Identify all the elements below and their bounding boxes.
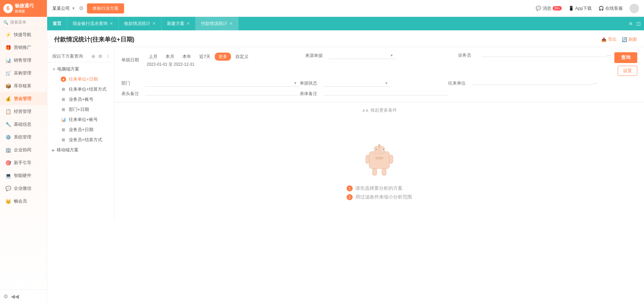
scheme-group-desktop-header[interactable]: ▼ 电脑端方案 bbox=[47, 64, 114, 74]
scheme-item-staff-account[interactable]: ⊞ 业务员+账号 bbox=[51, 94, 114, 104]
maximize-icon[interactable]: ⊡ bbox=[636, 21, 641, 27]
filter-row-3: 表头备注 表体备注 bbox=[121, 91, 637, 97]
company-selector[interactable]: 某某公司 ▼ bbox=[52, 5, 76, 11]
sidebar-item-hardware[interactable]: 💻 智能硬件 bbox=[0, 169, 47, 182]
scheme-group-mobile-header[interactable]: ▶ 移动端方案 bbox=[47, 145, 114, 155]
sidebar-item-member[interactable]: 👑 畅会员 bbox=[0, 195, 47, 208]
hint-text-2: 用过滤条件来缩小分析范围 bbox=[355, 194, 412, 200]
tab-receipts-close[interactable]: ✕ bbox=[152, 21, 156, 26]
scheme-table-icon: ⊞ bbox=[61, 137, 66, 143]
mobile-arrow-icon: ▶ bbox=[52, 148, 55, 152]
sidebar-item-operations[interactable]: 📋 经营管理 bbox=[0, 105, 47, 118]
close-tab-icon[interactable]: ✕ bbox=[628, 21, 633, 27]
tab-home[interactable]: 首页 bbox=[47, 17, 67, 30]
scheme-item-partner-date[interactable]: ● 往来单位+日期 bbox=[51, 74, 114, 84]
main-area: 某某公司 ▼ ⚙ 体验行业方案 💬 消息 99+ 📱 App下载 🎧 在线客服 bbox=[47, 0, 644, 303]
sidebar-item-system[interactable]: ⚙️ 系统管理 bbox=[0, 131, 47, 144]
sidebar-item-label: 快捷导航 bbox=[14, 32, 31, 38]
docstatus-select[interactable]: ▼ bbox=[323, 80, 391, 87]
date-more[interactable]: 更多 bbox=[215, 53, 231, 61]
sidebar-item-basic[interactable]: 🔧 基础信息 bbox=[0, 118, 47, 131]
tab-bank[interactable]: 现金银行流水查询 ✕ bbox=[67, 17, 119, 30]
sidebar-logo: 6 畅捷通巧 标准版 bbox=[0, 0, 47, 17]
export-button[interactable]: 📤 导出 bbox=[601, 36, 617, 42]
tab-new-scheme[interactable]: 新建方案 ✕ bbox=[162, 17, 196, 30]
scheme-item-partner-account[interactable]: 📊 往来单位+账号 bbox=[51, 115, 114, 125]
app-name-text: 畅捷通巧 标准版 bbox=[15, 3, 34, 14]
online-service-button[interactable]: 🎧 在线客服 bbox=[598, 5, 623, 11]
refresh-button[interactable]: 🔄 刷新 bbox=[622, 36, 637, 42]
sidebar-item-label: 企业微信 bbox=[14, 185, 31, 191]
tab-receipts[interactable]: 收款情况统计 ✕ bbox=[119, 17, 162, 30]
scheme-item-label: 业务员+账号 bbox=[69, 96, 93, 102]
sidebar-item-enterprise[interactable]: 🏢 企业协同 bbox=[0, 144, 47, 156]
search-menu-button[interactable]: 🔍 搜索菜单 bbox=[3, 20, 43, 25]
page-title: 付款情况统计(往来单位+日期) bbox=[54, 35, 135, 43]
date-range-display: 2022-01-01 至 2022-12-31 bbox=[145, 62, 252, 67]
sidebar-item-sales[interactable]: 📊 销售管理 bbox=[0, 54, 47, 67]
trial-button[interactable]: 体验行业方案 bbox=[87, 3, 124, 13]
scheme-item-label: 往来单位+结算方式 bbox=[69, 86, 107, 92]
sidebar-item-inventory[interactable]: 📦 库存核算 bbox=[0, 80, 47, 92]
scheme-table-icon: ⊞ bbox=[61, 87, 66, 92]
header-settings-icon[interactable]: ⚙ bbox=[79, 5, 84, 11]
collapse-sidebar-icon[interactable]: ◀◀ bbox=[11, 293, 19, 300]
head-note-label: 表头备注 bbox=[121, 91, 145, 97]
partner-more-icon[interactable]: ··· bbox=[593, 81, 597, 86]
staff-more-icon[interactable]: ··· bbox=[607, 53, 611, 58]
add-scheme-icon[interactable]: ⊕ bbox=[91, 54, 95, 59]
date-custom[interactable]: 自定义 bbox=[232, 52, 252, 61]
date-label: 单据日期 bbox=[121, 57, 145, 63]
date-last-month[interactable]: 上月 bbox=[145, 52, 161, 61]
notification-button[interactable]: 💬 消息 99+ bbox=[536, 5, 562, 11]
scheme-item-staff-settle[interactable]: ⊞ 业务员+结算方式 bbox=[51, 135, 114, 145]
date-this-month[interactable]: 本月 bbox=[162, 52, 178, 61]
sidebar-item-label: 畅会员 bbox=[14, 198, 27, 204]
scheme-group-mobile: ▶ 移动端方案 bbox=[47, 145, 114, 155]
svg-rect-11 bbox=[373, 169, 377, 175]
sidebar-item-quick-nav[interactable]: ⚡ 快捷导航 bbox=[0, 28, 47, 41]
scheme-item-partner-settle[interactable]: ⊞ 往来单位+结算方式 bbox=[51, 84, 114, 94]
sidebar-item-label: 智能硬件 bbox=[14, 173, 31, 179]
tab-new-scheme-close[interactable]: ✕ bbox=[186, 21, 190, 26]
svg-point-7 bbox=[383, 149, 384, 150]
tab-home-label: 首页 bbox=[53, 21, 61, 27]
body-note-input[interactable] bbox=[323, 92, 448, 95]
sidebar-item-purchase[interactable]: 🛒 采购管理 bbox=[0, 67, 47, 80]
sidebar-item-capital[interactable]: 💰 资金管理 bbox=[0, 92, 47, 105]
head-note-input[interactable] bbox=[145, 92, 300, 95]
source-select[interactable]: ▼ bbox=[329, 52, 396, 59]
search-menu-area[interactable]: 🔍 搜索菜单 bbox=[0, 17, 47, 28]
enterprise-icon: 🏢 bbox=[5, 147, 11, 153]
set-button[interactable]: 设置 bbox=[618, 66, 637, 76]
scheme-item-label: 往来单位+账号 bbox=[69, 117, 98, 123]
user-avatar[interactable] bbox=[630, 4, 639, 13]
tab-payments-close[interactable]: ✕ bbox=[229, 21, 233, 26]
filter-date-section: 单据日期 上月 本月 本年 近7天 更多 自定义 bbox=[121, 52, 305, 67]
header-right: 💬 消息 99+ 📱 App下载 🎧 在线客服 bbox=[536, 4, 639, 13]
settings-bottom-icon[interactable]: ⚙ bbox=[3, 293, 8, 300]
dept-select[interactable]: ▼ bbox=[145, 80, 300, 87]
sidebar-item-wechat[interactable]: 💬 企业微信 bbox=[0, 182, 47, 195]
app-download-button[interactable]: 📱 App下载 bbox=[568, 5, 592, 11]
scheme-chart-icon: 📊 bbox=[61, 117, 66, 122]
tab-payments[interactable]: 付款情况统计 ✕ bbox=[196, 17, 238, 30]
query-button[interactable]: 查询 bbox=[614, 52, 637, 63]
collapse-button[interactable]: ∧∧ 收起更多条件 bbox=[359, 104, 400, 116]
scheme-group-desktop: ▼ 电脑端方案 ● 往来单位+日期 ⊞ 往来单位+结算方式 bbox=[47, 64, 114, 145]
app-subtitle: 标准版 bbox=[15, 9, 34, 14]
sidebar-item-marketing[interactable]: 🎁 营销推广 bbox=[0, 41, 47, 54]
date-7days[interactable]: 近7天 bbox=[196, 52, 214, 61]
scheme-active-icon: ● bbox=[61, 77, 66, 82]
tab-bank-label: 现金银行流水查询 bbox=[72, 21, 108, 27]
filter-and-content: 单据日期 上月 本月 本年 近7天 更多 自定义 bbox=[115, 47, 644, 220]
scheme-item-staff-date[interactable]: ⊞ 业务员+日期 bbox=[51, 125, 114, 135]
scheme-item-dept-date[interactable]: ⊞ 部门+日期 bbox=[51, 104, 114, 115]
date-this-year[interactable]: 本年 bbox=[179, 52, 195, 61]
collapse-scheme-icon[interactable]: 《 bbox=[105, 54, 109, 59]
tab-bank-close[interactable]: ✕ bbox=[110, 21, 113, 26]
empty-state-container: 1 请先选择要分析的方案 2 用过滤条件来缩小分析范围 bbox=[115, 118, 644, 220]
settings-scheme-icon[interactable]: ⚙ bbox=[98, 54, 103, 59]
empty-state: 1 请先选择要分析的方案 2 用过滤条件来缩小分析范围 bbox=[347, 185, 412, 200]
sidebar-item-guide[interactable]: 🎯 新手引导 bbox=[0, 156, 47, 169]
